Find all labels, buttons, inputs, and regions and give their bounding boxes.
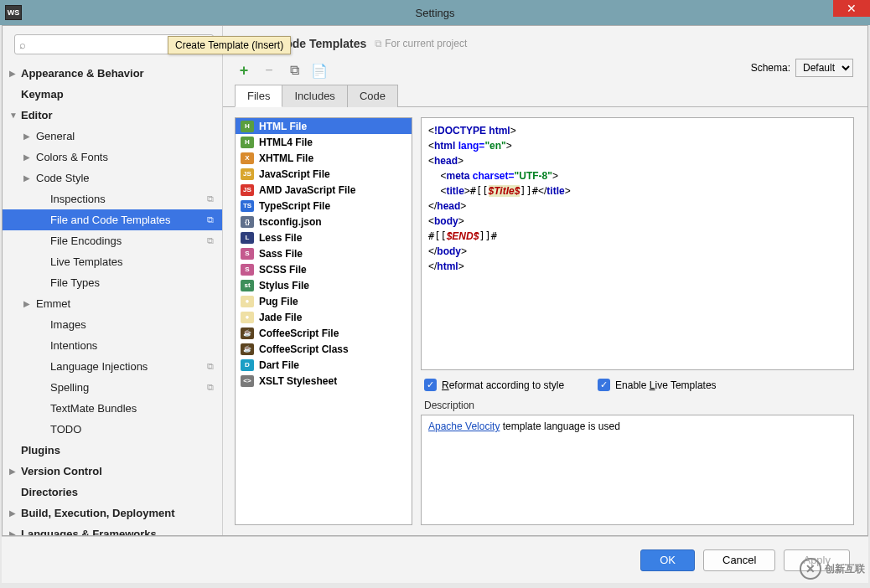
template-code-preview[interactable]: <!DOCTYPE html> <html lang="en"> <head> … (421, 117, 854, 370)
sidebar-item[interactable]: ▶Build, Execution, Deployment (3, 503, 222, 524)
sidebar-item[interactable]: Language Injections⧉ (3, 356, 222, 377)
sidebar-item[interactable]: Directories (3, 482, 222, 503)
template-item[interactable]: JSJavaScript File (236, 166, 412, 182)
arrow-icon: ▶ (23, 299, 30, 308)
sidebar-item-label: Colors & Fonts (36, 151, 108, 163)
search-icon: ⌕ (19, 39, 26, 51)
remove-template-button[interactable]: − (260, 61, 278, 80)
sidebar-item[interactable]: Keymap (3, 84, 222, 105)
for-project-label: ⧉For current project (375, 38, 467, 49)
file-type-icon: <> (241, 375, 254, 387)
template-item[interactable]: SSass File (236, 245, 412, 261)
template-name: Jade File (259, 312, 302, 323)
file-type-icon: X (241, 152, 254, 164)
add-template-button[interactable]: + (235, 61, 253, 80)
settings-tree[interactable]: ▶Appearance & BehaviorKeymap▼Editor▶Gene… (3, 61, 222, 535)
sidebar-item-label: Emmet (36, 297, 70, 310)
template-item[interactable]: LLess File (236, 230, 412, 245)
template-item[interactable]: SSCSS File (236, 261, 412, 277)
project-config-icon: ⧉ (207, 235, 214, 246)
ok-button[interactable]: OK (640, 549, 695, 571)
sidebar-item[interactable]: Inspections⧉ (3, 188, 222, 209)
template-item[interactable]: <>XSLT Stylesheet (236, 373, 412, 389)
sidebar-item[interactable]: File and Code Templates⧉ (3, 209, 222, 230)
sidebar-item[interactable]: ▼Editor (3, 105, 222, 126)
close-button[interactable]: ✕ (833, 0, 870, 17)
template-item[interactable]: {}tsconfig.json (236, 214, 412, 230)
sidebar-item[interactable]: TODO (3, 419, 222, 440)
template-item[interactable]: TSTypeScript File (236, 198, 412, 214)
sidebar-item[interactable]: Plugins (3, 440, 222, 461)
enable-live-templates-checkbox[interactable]: ✓ Enable Live Templates (598, 379, 717, 391)
file-type-icon: ☕ (241, 343, 254, 355)
sidebar-item-label: Editor (21, 109, 53, 121)
file-type-icon: JS (241, 184, 254, 196)
template-item[interactable]: JSAMD JavaScript File (236, 182, 412, 198)
tab-row: FilesIncludesCode (223, 85, 867, 107)
sidebar-item[interactable]: Images (3, 314, 222, 335)
template-list[interactable]: HHTML FileHHTML4 FileXXHTML FileJSJavaSc… (235, 117, 412, 525)
project-config-icon: ⧉ (207, 193, 214, 204)
template-name: Pug File (259, 296, 298, 307)
sidebar-item[interactable]: Live Templates (3, 251, 222, 272)
copy-template-button[interactable]: ⧉ (285, 61, 303, 80)
file-type-icon: ● (241, 296, 254, 307)
arrow-icon: ▶ (9, 467, 16, 476)
template-name: CoffeeScript Class (259, 343, 349, 355)
sidebar-item[interactable]: ▶Emmet (3, 293, 222, 314)
template-item[interactable]: HHTML File (236, 118, 412, 134)
template-name: XHTML File (259, 152, 313, 164)
sidebar-item[interactable]: File Types (3, 272, 222, 293)
project-config-icon: ⧉ (207, 382, 214, 393)
cancel-button[interactable]: Cancel (703, 549, 775, 571)
tab-includes[interactable]: Includes (282, 85, 347, 107)
sidebar-item-label: Plugins (21, 444, 60, 456)
title-bar: WS Settings ✕ (0, 0, 870, 25)
tab-code[interactable]: Code (348, 85, 398, 107)
sidebar-item[interactable]: ▶Code Style (3, 168, 222, 188)
sidebar-item[interactable]: TextMate Bundles (3, 398, 222, 419)
template-item[interactable]: ●Jade File (236, 309, 412, 325)
file-type-icon: S (241, 264, 254, 276)
sidebar-item[interactable]: File Encodings⧉ (3, 230, 222, 251)
file-type-icon: H (241, 137, 254, 148)
arrow-icon: ▶ (23, 152, 30, 162)
template-name: SCSS File (259, 264, 307, 276)
paste-template-button[interactable]: 📄 (310, 61, 329, 80)
template-item[interactable]: ☕CoffeeScript Class (236, 341, 412, 357)
file-type-icon: {} (241, 216, 254, 228)
sidebar-item-label: Language Injections (50, 360, 148, 373)
template-item[interactable]: ☕CoffeeScript File (236, 325, 412, 341)
apache-velocity-link[interactable]: Apache Velocity (428, 420, 500, 432)
main-panel: File and Code Templates ⧉For current pro… (223, 26, 867, 535)
sidebar-item[interactable]: Spelling⧉ (3, 377, 222, 398)
template-item[interactable]: stStylus File (236, 277, 412, 293)
template-name: HTML File (259, 121, 307, 132)
file-type-icon: D (241, 359, 254, 371)
window-title: Settings (416, 7, 455, 19)
file-type-icon: ● (241, 312, 254, 323)
template-name: Less File (259, 232, 302, 244)
template-name: Sass File (259, 248, 303, 260)
sidebar-item[interactable]: ▶General (3, 126, 222, 147)
create-template-tooltip: Create Template (Insert) (168, 36, 291, 54)
template-item[interactable]: DDart File (236, 357, 412, 373)
template-name: JavaScript File (259, 168, 330, 180)
sidebar-item[interactable]: ▶Appearance & Behavior (3, 63, 222, 84)
sidebar-item-label: File Types (50, 276, 100, 289)
template-item[interactable]: XXHTML File (236, 150, 412, 166)
sidebar-item[interactable]: ▶Colors & Fonts (3, 147, 222, 168)
check-icon: ✓ (424, 379, 437, 391)
arrow-icon: ▶ (23, 173, 30, 183)
project-config-icon: ⧉ (207, 361, 214, 372)
sidebar-item-label: Build, Execution, Deployment (21, 507, 174, 519)
tab-files[interactable]: Files (235, 85, 282, 107)
sidebar-item[interactable]: ▶Version Control (3, 461, 222, 482)
sidebar-item-label: Languages & Frameworks (21, 528, 157, 535)
arrow-icon: ▼ (9, 111, 18, 120)
template-item[interactable]: ●Pug File (236, 293, 412, 309)
sidebar-item[interactable]: ▶Languages & Frameworks (3, 524, 222, 535)
reformat-checkbox[interactable]: ✓ Reformat according to style (424, 379, 564, 391)
template-item[interactable]: HHTML4 File (236, 134, 412, 150)
sidebar-item[interactable]: Intentions (3, 335, 222, 356)
